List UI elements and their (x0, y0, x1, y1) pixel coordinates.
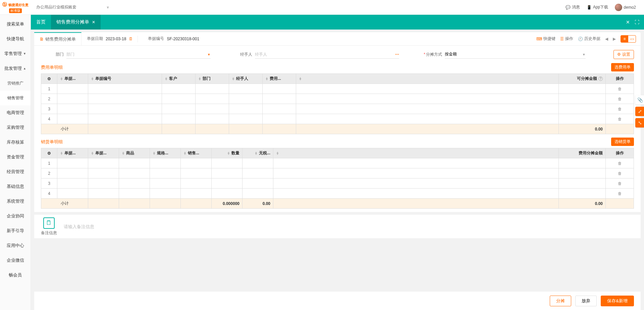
col-handler[interactable]: ▲▼经手人 (229, 74, 263, 84)
sidebar-item-search[interactable]: 搜索菜单 (0, 17, 31, 32)
table-row[interactable]: 4🗑 (41, 114, 634, 124)
method-input[interactable] (445, 50, 586, 59)
subtotal-label: 小计 (41, 124, 88, 134)
view-toggle: ≡ ▭ (621, 35, 636, 43)
view-list-icon[interactable]: ≡ (621, 36, 628, 42)
sidebar-item-inventory[interactable]: 库存核算 (0, 135, 31, 150)
trash-icon[interactable]: 🗑 (618, 171, 622, 176)
select-expense-button[interactable]: 选费用单 (611, 63, 634, 71)
tab-fullscreen-icon[interactable]: ⛶ (635, 19, 639, 25)
top-header: ⓑ 畅捷通好生意 标准版 办公用品行业模拟账套 ▼ 💬消息 📱App下载 dem… (0, 0, 644, 15)
sidebar-item-wecom[interactable]: 企业微信 (0, 253, 31, 268)
chevron-down-icon[interactable]: ▾ (208, 52, 210, 57)
table-row[interactable]: 4🗑 (41, 189, 634, 199)
more-icon[interactable]: ⋯ (395, 52, 400, 57)
row-delete[interactable]: 🗑 (606, 158, 634, 168)
col-blank[interactable]: ▲▼ (296, 74, 559, 84)
sidebar-item-basedata[interactable]: 基础信息 (0, 179, 31, 194)
row-number: 3 (41, 104, 57, 114)
sidebar-item-quicknav[interactable]: 快捷导航 (0, 32, 31, 46)
help-icon[interactable]: ? (598, 76, 603, 81)
col-customer[interactable]: ▲▼客户 (162, 74, 196, 84)
table-row[interactable]: 1🗑 (41, 84, 634, 94)
remark-label: 备注信息 (41, 230, 57, 236)
gear-column[interactable]: ⚙ (41, 148, 57, 158)
operate-button[interactable]: ☰操作 (560, 36, 573, 42)
sidebar-sub-sales[interactable]: 销售管理 (0, 91, 31, 105)
note-icon: 🗒 (43, 217, 55, 229)
col-allocatable[interactable]: 可分摊金额? (559, 74, 606, 84)
settings-button[interactable]: ⚙设置 (613, 50, 634, 59)
sidebar-item-operation[interactable]: 经营管理 (0, 164, 31, 179)
chevron-down-icon: ▼ (106, 5, 110, 9)
col-doc-type[interactable]: ▲▼单据... (57, 74, 88, 84)
nav-next-icon[interactable]: ▶ (613, 37, 616, 41)
dept-label: 部门 (41, 52, 64, 57)
dept-input[interactable] (66, 50, 211, 59)
attach-icon[interactable]: 📎 (635, 95, 644, 105)
chevron-down-icon[interactable]: ▾ (583, 52, 585, 57)
col-dept[interactable]: ▲▼部门 (196, 74, 229, 84)
close-icon[interactable]: ✕ (92, 20, 95, 24)
row-number: 1 (41, 84, 57, 94)
allocate-button[interactable]: 分摊 (550, 296, 571, 306)
select-sales-button[interactable]: 选销货单 (611, 138, 634, 146)
document-title-tab: 🗎 销售费用分摊单 (34, 32, 82, 45)
gear-column[interactable]: ⚙ (41, 74, 57, 84)
shortcut-button[interactable]: ⌨快捷键 (536, 36, 555, 42)
save-new-button[interactable]: 保存&新增 (601, 296, 634, 306)
table-row[interactable]: 2🗑 (41, 168, 634, 178)
row-delete[interactable]: 🗑 (606, 104, 634, 114)
table-row[interactable]: 2🗑 (41, 94, 634, 104)
section-sales: 销货单明细 选销货单 ⚙ ▲▼单据... ▲▼单据... ▲▼商品 ▲▼规格..… (34, 138, 641, 212)
row-delete[interactable]: 🗑 (606, 94, 634, 104)
expand-in-icon[interactable]: ⤡ (635, 118, 644, 127)
sidebar-item-system[interactable]: 系统管理 (0, 194, 31, 209)
sidebar-item-wholesale[interactable]: 批发管理▲ (0, 61, 31, 76)
table-row[interactable]: 3🗑 (41, 178, 634, 189)
sidebar-item-member[interactable]: 畅会员 (0, 268, 31, 282)
table-row[interactable]: 1🗑 (41, 158, 634, 168)
handler-input[interactable] (255, 50, 399, 59)
remark-input[interactable] (64, 224, 634, 229)
tab-active[interactable]: 销售费用分摊单 ✕ (51, 15, 101, 30)
sidebar-item-collab[interactable]: 企业协同 (0, 209, 31, 223)
col-expense[interactable]: ▲▼费用... (263, 74, 296, 84)
sidebar-item-finance[interactable]: 资金管理 (0, 150, 31, 164)
row-delete[interactable]: 🗑 (606, 84, 634, 94)
user-menu[interactable]: demo2 (615, 4, 636, 11)
table-row[interactable]: 3🗑 (41, 104, 634, 114)
tab-close-all-icon[interactable]: ✕ (626, 19, 630, 25)
subtotal-value: 0.00 (559, 124, 606, 134)
col-doc-no[interactable]: ▲▼单据编号 (88, 74, 162, 84)
row-delete[interactable]: 🗑 (606, 189, 634, 199)
discard-button[interactable]: 放弃 (575, 296, 597, 306)
trash-icon[interactable]: 🗑 (618, 117, 622, 121)
app-download-button[interactable]: 📱App下载 (587, 4, 608, 10)
sidebar-item-appcenter[interactable]: 应用中心 (0, 238, 31, 253)
trash-icon[interactable]: 🗑 (618, 181, 622, 186)
history-button[interactable]: 🕘历史单据 (578, 36, 600, 42)
trash-icon[interactable]: 🗑 (618, 161, 622, 166)
sidebar-item-retail[interactable]: 零售管理▼ (0, 46, 31, 61)
expand-out-icon[interactable]: ⤢ (635, 107, 644, 116)
account-set-selector[interactable]: 办公用品行业模拟账套 ▼ (31, 4, 110, 10)
trash-icon[interactable]: 🗑 (618, 191, 622, 196)
messages-button[interactable]: 💬消息 (566, 4, 580, 10)
row-delete[interactable]: 🗑 (606, 178, 634, 189)
row-delete[interactable]: 🗑 (606, 114, 634, 124)
sidebar-sub-marketing[interactable]: 营销推广 (0, 76, 31, 91)
sidebar-item-ecommerce[interactable]: 电商管理 (0, 105, 31, 120)
view-card-icon[interactable]: ▭ (628, 36, 636, 42)
trash-icon[interactable]: 🗑 (618, 97, 622, 101)
calendar-icon[interactable]: 🗓 (129, 37, 133, 41)
tab-home[interactable]: 首页 (31, 15, 51, 30)
trash-icon[interactable]: 🗑 (618, 87, 622, 91)
row-delete[interactable]: 🗑 (606, 168, 634, 178)
sidebar-item-guide[interactable]: 新手引导 (0, 223, 31, 238)
nav-prev-icon[interactable]: ◀ (605, 37, 608, 41)
sidebar-item-purchase[interactable]: 采购管理 (0, 120, 31, 135)
trash-icon[interactable]: 🗑 (618, 107, 622, 111)
tab-bar: 首页 销售费用分摊单 ✕ ✕ ⛶ (31, 15, 644, 30)
doc-date-value[interactable]: 2023-03-18 (106, 37, 126, 41)
